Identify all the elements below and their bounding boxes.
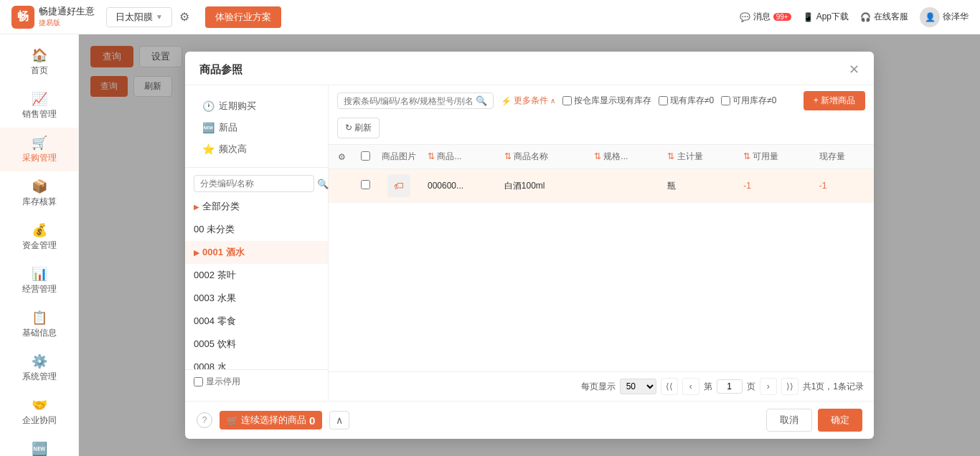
search-icon[interactable]: 🔍 — [317, 179, 329, 189]
modal-right-panel: 🔍 ⚡ 更多条件 ∧ 按仓库显示现有库存 — [329, 85, 874, 401]
modal-toolbar: 🔍 ⚡ 更多条件 ∧ 按仓库显示现有库存 — [329, 85, 874, 145]
nav-selector[interactable]: 日太阳膜 ▼ — [106, 7, 172, 27]
pagination: 每页显示 50 10 20 100 ⟨⟨ ‹ 第 页 — [329, 371, 874, 401]
row-name: 白酒100ml — [499, 169, 588, 203]
message-nav-item[interactable]: 💬 消息 99+ — [740, 11, 791, 23]
sort-icon: ⇅ — [743, 151, 750, 161]
quick-recent[interactable]: 🕐 近期购买 — [194, 95, 319, 117]
table-row[interactable]: 🏷 000600... 白酒100ml 瓶 -1 — [329, 169, 874, 203]
row-stock: -1 — [814, 169, 874, 203]
stock-checkbox[interactable] — [659, 96, 668, 105]
business-icon: 📊 — [32, 266, 47, 282]
quick-links: 🕐 近期购买 🆕 新品 ⭐ 频次高 — [185, 92, 328, 163]
product-search-input[interactable] — [344, 96, 473, 106]
clock-icon: 🕐 — [202, 100, 215, 112]
col-unit-header[interactable]: ⇅ 主计量 — [661, 145, 738, 169]
sidebar-item-finance[interactable]: 💰 资金管理 — [0, 215, 78, 259]
cat-0008[interactable]: 0008 水 — [185, 356, 328, 369]
page-size-select[interactable]: 50 10 20 100 — [620, 379, 656, 394]
sidebar-item-home[interactable]: 🏠 首页 — [0, 40, 78, 84]
row-check[interactable] — [354, 169, 376, 203]
cat-00[interactable]: 00 未分类 — [185, 218, 328, 241]
category-list: ▶ 全部分类 00 未分类 ▶ 0001 酒水 0002 茶 — [185, 195, 328, 369]
sort-icon: ⇅ — [667, 151, 674, 161]
chevron-down-icon: ▼ — [156, 13, 163, 21]
modal-left-footer: 显示停用 — [185, 369, 328, 394]
online-service-item[interactable]: 🎧 在线客服 — [860, 11, 908, 23]
cart-icon: 🛒 — [227, 415, 238, 426]
sidebar-item-sales[interactable]: 📈 销售管理 — [0, 84, 78, 128]
cat-0002[interactable]: 0002 茶叶 — [185, 264, 328, 287]
show-disabled-label[interactable]: 显示停用 — [194, 376, 319, 388]
sidebar-item-system[interactable]: ⚙️ 系统管理 — [0, 346, 78, 390]
gear-icon[interactable]: ⚙ — [179, 10, 189, 24]
product-reference-modal: 商品参照 ✕ 🕐 近期购买 🆕 — [185, 52, 874, 439]
modal-left-panel: 🕐 近期购买 🆕 新品 ⭐ 频次高 — [185, 85, 329, 401]
cancel-button[interactable]: 取消 — [766, 409, 812, 432]
nav-right: 💬 消息 99+ 📱 App下载 🎧 在线客服 👤 徐泽华 — [740, 7, 969, 27]
col-code-header[interactable]: ⇅ 商品... — [422, 145, 499, 169]
stock-check-label[interactable]: 现有库存≠0 — [659, 95, 714, 107]
first-page-btn[interactable]: ⟨⟨ — [661, 378, 678, 395]
add-product-button[interactable]: + 新增商品 — [804, 91, 865, 110]
quick-new[interactable]: 🆕 新品 — [194, 117, 319, 138]
sidebar-item-business[interactable]: 📊 经营管理 — [0, 259, 78, 303]
col-name-header[interactable]: ⇅ 商品名称 — [499, 145, 588, 169]
close-icon[interactable]: ✕ — [849, 62, 859, 77]
col-gear[interactable]: ⚙ — [329, 145, 354, 169]
sales-icon: 📈 — [32, 91, 47, 107]
refresh-button[interactable]: ↻ 刷新 — [337, 118, 380, 138]
col-spec-header[interactable]: ⇅ 规格... — [588, 145, 661, 169]
avatar: 👤 — [920, 7, 940, 27]
purchase-icon: 🛒 — [32, 135, 47, 151]
cat-0001[interactable]: ▶ 0001 酒水 — [185, 241, 328, 264]
sidebar: 🏠 首页 📈 销售管理 🛒 采购管理 📦 库存核算 💰 资金管理 📊 经营管理 … — [0, 34, 79, 456]
prev-page-btn[interactable]: ‹ — [682, 378, 699, 395]
cat-0004[interactable]: 0004 零食 — [185, 310, 328, 333]
quick-frequent[interactable]: ⭐ 频次高 — [194, 138, 319, 160]
collapse-cart-button[interactable]: ∧ — [329, 411, 349, 429]
usable-checkbox[interactable] — [721, 96, 730, 105]
product-thumbnail: 🏷 — [387, 174, 410, 197]
row-checkbox[interactable] — [361, 180, 370, 189]
usable-check-label[interactable]: 可用库存≠0 — [721, 95, 776, 107]
cat-0005[interactable]: 0005 饮料 — [185, 333, 328, 356]
sidebar-item-enterprise[interactable]: 🤝 企业协同 — [0, 390, 78, 434]
sidebar-item-inventory[interactable]: 📦 库存核算 — [0, 171, 78, 215]
filter-icon: ⚡ — [501, 96, 512, 106]
sidebar-item-guide[interactable]: 🆕 新手引导 — [0, 434, 78, 456]
user-info[interactable]: 👤 徐泽华 — [920, 7, 969, 27]
filter-more-button[interactable]: ⚡ 更多条件 ∧ — [501, 95, 555, 107]
col-usable-header[interactable]: ⇅ 可用量 — [738, 145, 814, 169]
select-all-checkbox[interactable] — [361, 151, 370, 161]
cat-0003[interactable]: 0003 水果 — [185, 287, 328, 310]
last-page-btn[interactable]: ⟩⟩ — [781, 378, 798, 395]
next-page-btn[interactable]: › — [760, 378, 777, 395]
page-unit: 页 — [747, 381, 755, 393]
star-icon: ⭐ — [202, 143, 215, 155]
warehouse-checkbox[interactable] — [562, 96, 572, 105]
product-table-area: ⚙ 商品图片 ⇅ 商品... — [329, 145, 874, 371]
page-input[interactable] — [717, 379, 743, 394]
enterprise-icon: 🤝 — [32, 397, 47, 413]
confirm-button[interactable]: 确定 — [818, 409, 862, 432]
modal-footer: ? 🛒 连续选择的商品 0 ∧ 取消 确定 — [185, 401, 874, 439]
cart-button[interactable]: 🛒 连续选择的商品 0 — [220, 411, 322, 429]
help-icon[interactable]: ? — [197, 412, 212, 428]
product-search-wrap: 🔍 — [337, 92, 494, 109]
cart-count: 0 — [309, 414, 315, 427]
category-search-input[interactable] — [194, 175, 314, 192]
experience-button[interactable]: 体验行业方案 — [205, 6, 281, 28]
app-download-item[interactable]: 📱 App下载 — [803, 11, 849, 23]
message-icon: 💬 — [740, 12, 750, 22]
row-usable: -1 — [738, 169, 814, 203]
warehouse-check-label[interactable]: 按仓库显示现有库存 — [562, 95, 651, 107]
search-icon[interactable]: 🔍 — [476, 95, 487, 106]
sidebar-item-purchase[interactable]: 🛒 采购管理 — [0, 128, 78, 171]
content-area: 查询 设置 查询 刷新 商品参照 ✕ — [79, 34, 980, 456]
modal-title: 商品参照 — [199, 63, 242, 77]
show-disabled-checkbox[interactable] — [194, 377, 203, 386]
cat-all[interactable]: ▶ 全部分类 — [185, 195, 328, 218]
divider — [185, 167, 328, 168]
sidebar-item-basic[interactable]: 📋 基础信息 — [0, 303, 78, 346]
